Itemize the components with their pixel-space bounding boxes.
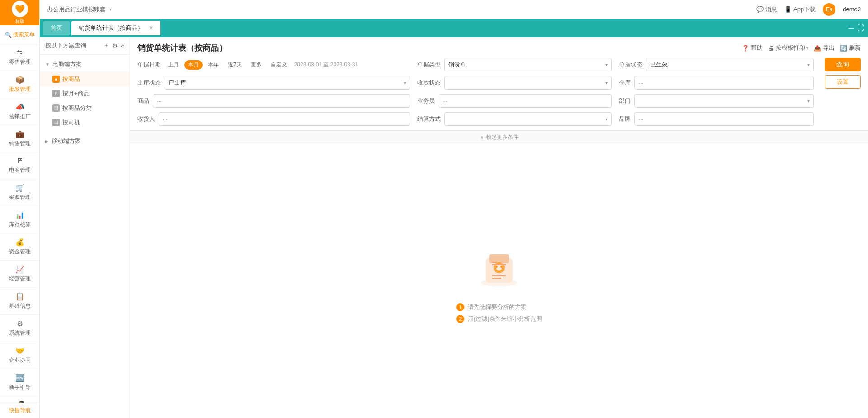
filter-fields: 单据日期 上月 本月 本年 近7天 更多 自定义 20 (137, 58, 814, 126)
sidebar-item-purchase[interactable]: 🛒采购管理 (0, 179, 39, 206)
config-scheme-button[interactable]: ⚙ (112, 42, 118, 49)
tab-home[interactable]: 首页 (43, 21, 70, 35)
scheme-group-pc[interactable]: ▼ 电脑端方案 (40, 57, 130, 72)
scheme-item-by-month-product[interactable]: 月 按月+商品 (40, 86, 130, 101)
sidebar-item-sales-mgmt[interactable]: 💼销售管理 (0, 125, 39, 152)
empty-illustration (472, 240, 526, 294)
shortcut-current-month[interactable]: 本月 (184, 60, 203, 70)
date-filter-item: 单据日期 上月 本月 本年 近7天 更多 自定义 20 (137, 60, 410, 70)
right-panel: 销货单统计表（按商品） ❓ 帮助 🖨 按模板打印 ▾ 📤 (130, 37, 868, 418)
app-logo[interactable]: 🧡 标版 (0, 0, 39, 25)
sidebar-item-finance[interactable]: 💰资金管理 (0, 233, 39, 261)
sidebar-item-inventory[interactable]: 📊库存核算 (0, 206, 39, 233)
user-avatar[interactable]: Ea (823, 3, 835, 16)
payment-status-select[interactable]: ▾ (444, 76, 612, 90)
shortcut-more[interactable]: 更多 (247, 60, 265, 70)
sidebar-item-marketing[interactable]: 📣营销推广 (0, 98, 39, 125)
tab-minimize-button[interactable]: ─ (849, 24, 854, 32)
sidebar-item-wholesale[interactable]: 📦批发管理 (0, 71, 39, 98)
nav-icon-inventory: 📊 (15, 211, 24, 219)
scheme-item-by-category[interactable]: 回 按商品分类 (40, 101, 130, 115)
dept-select[interactable]: ▾ (634, 94, 814, 108)
print-dropdown-icon[interactable]: ▾ (806, 46, 808, 51)
settings-button[interactable]: 设置 (825, 75, 861, 89)
industry-label: 办公用品行业模拟账套 (47, 5, 106, 14)
dept-arrow-icon: ▾ (807, 99, 810, 104)
doc-type-select[interactable]: 销货单 ▾ (444, 58, 612, 71)
brand-filter-item: 品牌 ··· (619, 112, 814, 126)
app-download-button[interactable]: 📱 App下载 (784, 5, 816, 14)
message-icon: 💬 (756, 6, 764, 13)
scheme-group-mobile[interactable]: ▶ 移动端方案 (40, 133, 130, 149)
salesperson-filter-item: 业务员 ··· (417, 94, 612, 108)
query-button[interactable]: 查询 (825, 58, 861, 71)
receiver-input[interactable]: ··· (159, 112, 410, 126)
search-menu-button[interactable]: 🔍 搜索菜单 (3, 29, 37, 40)
sidebar-item-system[interactable]: ⚙系统管理 (0, 315, 39, 342)
refresh-button[interactable]: 🔄 刷新 (840, 44, 861, 52)
out-status-value: 已出库 (169, 79, 186, 87)
sidebar-search-area: 🔍 搜索菜单 (0, 25, 39, 44)
shortcut-last-month[interactable]: 上月 (165, 60, 183, 70)
brand-input[interactable]: ··· (634, 112, 814, 126)
left-panel: 按以下方案查询 ＋ ⚙ « ▼ 电脑端方案 ● 按商品 月 按月+ (40, 37, 130, 418)
top-header-left: 办公用品行业模拟账套 ▾ (47, 5, 112, 14)
sidebar-item-operations[interactable]: 📈经营管理 (0, 261, 39, 288)
quick-nav-button[interactable]: 快捷导航 (0, 403, 39, 418)
print-button[interactable]: 🖨 按模板打印 (768, 44, 805, 52)
empty-steps: 1 请先选择要分析的方案 2 用[过滤]条件来缩小分析范围 (456, 303, 542, 323)
help-button[interactable]: ❓ 帮助 (742, 44, 763, 52)
scheme-group-mobile-label: 移动端方案 (52, 137, 81, 145)
collapse-arrow-icon: ∧ (480, 134, 484, 141)
sidebar-item-basic[interactable]: 📋基础信息 (0, 288, 39, 315)
nav-icon-marketing: 📣 (15, 103, 24, 111)
sidebar-item-app-center[interactable]: 📲应用中心 (0, 396, 39, 403)
svg-point-5 (496, 266, 498, 268)
salesperson-input[interactable]: ··· (439, 94, 612, 108)
collapse-panel-button[interactable]: « (121, 42, 124, 49)
scheme-item-icon-4: 回 (52, 119, 60, 126)
payment-method-filter-item: 结算方式 ▾ (417, 112, 612, 126)
filter-row-4: 收货人 ··· 结算方式 ▾ (137, 112, 814, 126)
scheme-item-by-cashier[interactable]: 回 按司机 (40, 115, 130, 130)
tab-sales-stats[interactable]: 销货单统计表（按商品） ✕ (71, 21, 160, 35)
scheme-item-icon-2: 月 (52, 90, 60, 97)
doc-type-arrow-icon: ▾ (605, 62, 608, 67)
tab-close-button[interactable]: ✕ (149, 25, 153, 31)
date-range-display: 2023-03-01 至 2023-03-31 (294, 61, 358, 69)
product-input[interactable]: ··· (153, 94, 410, 108)
filter-section: 单据日期 上月 本月 本年 近7天 更多 自定义 20 (130, 53, 868, 131)
sidebar-item-new-guide[interactable]: 🆕新手引导 (0, 369, 39, 396)
shortcut-last-7-days[interactable]: 近7天 (224, 60, 245, 70)
export-button[interactable]: 📤 导出 (814, 44, 835, 52)
out-status-select[interactable]: 已出库 ▾ (165, 76, 410, 90)
doc-type-value: 销货单 (448, 61, 466, 69)
payment-method-select[interactable]: ▾ (444, 112, 612, 126)
sidebar-item-retail[interactable]: 🛍零售管理 (0, 44, 39, 71)
scheme-section-mobile: ▶ 移动端方案 (40, 132, 130, 151)
sidebar-item-ecommerce[interactable]: 🖥电商管理 (0, 152, 39, 179)
step-1-num: 1 (456, 303, 464, 311)
warehouse-input[interactable]: ··· (634, 76, 814, 90)
doc-status-label: 单据状态 (619, 61, 642, 69)
scheme-item-by-product[interactable]: ● 按商品 (40, 72, 130, 86)
main-area: 办公用品行业模拟账套 ▾ 💬 消息 📱 App下载 Ea demo2 首页 销货… (40, 0, 868, 418)
tab-expand-button[interactable]: ⛶ (857, 24, 864, 32)
shortcut-custom[interactable]: 自定义 (267, 60, 291, 70)
nav-icon-sales-mgmt: 💼 (15, 130, 24, 138)
tab-bar-actions: ─ ⛶ (849, 24, 864, 32)
sidebar-item-enterprise-collab[interactable]: 🤝企业协同 (0, 342, 39, 369)
export-icon: 📤 (814, 45, 821, 52)
collapse-filter-bar[interactable]: ∧ 收起更多条件 (130, 131, 868, 144)
logo-icon: 🧡 (12, 1, 28, 17)
add-scheme-button[interactable]: ＋ (103, 42, 109, 50)
filter-row-3: 商品 ··· 业务员 ··· 部门 (137, 94, 814, 108)
shortcut-current-year[interactable]: 本年 (204, 60, 222, 70)
sidebar-nav: 🛍零售管理📦批发管理📣营销推广💼销售管理🖥电商管理🛒采购管理📊库存核算💰资金管理… (0, 44, 39, 403)
message-button[interactable]: 💬 消息 (756, 5, 777, 14)
doc-status-select[interactable]: 已生效 ▾ (646, 58, 814, 71)
doc-status-arrow-icon: ▾ (807, 62, 810, 67)
out-status-label: 出库状态 (137, 79, 161, 87)
print-btn-group: 🖨 按模板打印 ▾ (768, 44, 808, 52)
left-panel-header: 按以下方案查询 ＋ ⚙ « (40, 37, 130, 55)
